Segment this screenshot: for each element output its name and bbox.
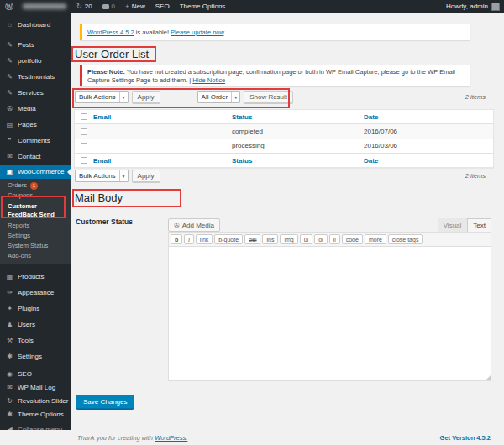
- quicktag-ins-button[interactable]: ins: [262, 234, 278, 244]
- quicktag-ul-button[interactable]: ul: [300, 234, 312, 244]
- avatar: [491, 3, 500, 11]
- bulk-actions-select[interactable]: Bulk Actions▼: [75, 91, 129, 103]
- admin-sidebar: ⌂Dashboard ✎Posts ✎portfolio ✎Testimonia…: [0, 13, 71, 430]
- submenu-item-system-status[interactable]: System Status: [0, 241, 71, 251]
- quicktag-blockquote-button[interactable]: b-quote: [214, 234, 243, 244]
- mail-body-textarea[interactable]: [168, 246, 491, 381]
- howdy-menu[interactable]: Howdy, admin: [446, 3, 488, 10]
- woocommerce-icon: ▣: [6, 168, 13, 175]
- chevron-down-icon: ▼: [119, 170, 128, 181]
- wordpress-logo-icon[interactable]: Ⓦ: [0, 1, 18, 13]
- update-nag-period: .: [223, 29, 225, 36]
- sidebar-item-woocommerce[interactable]: ▣ WooCommerce: [0, 165, 71, 179]
- quicktag-bold-button[interactable]: b: [171, 234, 182, 244]
- quicktag-del-button[interactable]: del: [244, 234, 260, 244]
- wordpress-version-link[interactable]: WordPress 4.5.2: [87, 29, 134, 36]
- quicktag-more-button[interactable]: more: [365, 234, 386, 244]
- sidebar-item-appearance[interactable]: ✑Appearance: [0, 285, 71, 301]
- sidebar-item-contact[interactable]: ✉Contact: [0, 149, 71, 165]
- wordpress-footer-link[interactable]: WordPress.: [155, 434, 187, 442]
- sidebar-item-seo[interactable]: ◉SEO: [0, 367, 71, 380]
- column-header-email[interactable]: Email: [93, 113, 111, 121]
- footer-thanks-text: Thank you for creating with: [77, 434, 155, 442]
- quicktag-img-button[interactable]: img: [280, 234, 297, 244]
- row-checkbox[interactable]: [81, 128, 87, 135]
- apply-button[interactable]: Apply: [132, 170, 160, 182]
- quicktag-li-button[interactable]: li: [329, 234, 340, 244]
- envelope-icon: ✉: [6, 153, 13, 160]
- pushpin-icon: ✎: [6, 57, 13, 65]
- current-menu-arrow: [64, 169, 71, 175]
- theme-options-menu[interactable]: Theme Options: [175, 0, 231, 13]
- customer-status-label: Customer Status: [76, 217, 133, 226]
- row-checkbox[interactable]: [81, 143, 87, 149]
- collapse-menu-button[interactable]: ◀Collapse menu: [0, 422, 71, 430]
- column-header-email[interactable]: Email: [93, 157, 111, 165]
- quicktag-ol-button[interactable]: ol: [314, 234, 327, 244]
- quicktag-link-button[interactable]: link: [196, 234, 213, 244]
- sidebar-item-media[interactable]: ✇Media: [0, 101, 71, 117]
- sidebar-item-label: Settings: [18, 353, 42, 360]
- sidebar-item-pages[interactable]: ▤Pages: [0, 117, 71, 133]
- table-toolbar-bottom: Bulk Actions▼ Apply: [75, 170, 160, 182]
- sidebar-item-products[interactable]: ▦Products: [0, 269, 71, 285]
- quicktag-italic-button[interactable]: i: [184, 234, 194, 244]
- submenu-item-reports[interactable]: Reports: [0, 221, 71, 231]
- get-version-link[interactable]: Get Version 4.5.2: [440, 434, 491, 442]
- quicktag-close-tags-button[interactable]: close tags: [388, 234, 423, 244]
- bulk-actions-select[interactable]: Bulk Actions▼: [75, 170, 129, 182]
- comments-indicator[interactable]: 0: [97, 0, 120, 13]
- column-header-status[interactable]: Status: [232, 157, 252, 165]
- add-media-button[interactable]: ✇Add Media: [168, 218, 220, 232]
- sidebar-item-dashboard[interactable]: ⌂Dashboard: [0, 17, 71, 33]
- resize-grip[interactable]: [486, 375, 491, 380]
- apply-button[interactable]: Apply: [132, 91, 160, 103]
- table-row: completed 2016/07/06: [75, 124, 493, 139]
- sidebar-item-label: WooCommerce: [18, 168, 64, 175]
- sidebar-item-label: WP Mail Log: [18, 384, 55, 391]
- sidebar-item-label: Comments: [18, 137, 50, 144]
- tab-visual[interactable]: Visual: [438, 218, 468, 232]
- submenu-item-coupons[interactable]: Coupons: [0, 191, 71, 201]
- sidebar-item-testimonials[interactable]: ✎Testimonials: [0, 69, 71, 85]
- submenu-item-label: Customer FeedBack Send: [8, 202, 64, 219]
- order-date: 2016/03/06: [364, 142, 493, 149]
- sidebar-item-wp-mail-log[interactable]: ✉WP Mail Log: [0, 380, 71, 394]
- collapse-arrow-icon: ◀: [6, 426, 13, 431]
- update-now-link[interactable]: Please update now: [171, 29, 223, 36]
- select-all-checkbox[interactable]: [81, 157, 87, 164]
- order-filter-select[interactable]: All Order▼: [197, 91, 241, 103]
- sidebar-item-posts[interactable]: ✎Posts: [0, 37, 71, 53]
- bulk-actions-value: Bulk Actions: [76, 93, 119, 101]
- updates-indicator[interactable]: ↻ 20: [71, 0, 97, 13]
- submenu-item-add-ons[interactable]: Add-ons: [0, 251, 71, 261]
- tab-text[interactable]: Text: [467, 218, 491, 232]
- submenu-item-settings[interactable]: Settings: [0, 231, 71, 241]
- sidebar-item-label: Products: [18, 273, 45, 280]
- sidebar-item-comments[interactable]: ❞Comments: [0, 133, 71, 149]
- column-header-date[interactable]: Date: [364, 113, 378, 121]
- quicktag-code-button[interactable]: code: [342, 234, 363, 244]
- sidebar-item-settings[interactable]: ✱Settings: [0, 348, 71, 364]
- select-all-checkbox[interactable]: [81, 113, 87, 120]
- seo-menu[interactable]: SEO: [150, 0, 175, 13]
- sidebar-item-revolution-slider[interactable]: ↻Revolution Slider: [0, 394, 71, 407]
- sidebar-item-theme-options[interactable]: ✱Theme Options: [0, 407, 71, 421]
- column-header-status[interactable]: Status: [232, 113, 252, 121]
- submenu-item-customer-feedback-send[interactable]: Customer FeedBack Send: [0, 201, 71, 221]
- new-menu[interactable]: + New: [120, 0, 150, 13]
- plugin-icon: ✦: [6, 305, 13, 312]
- sidebar-item-portfolio[interactable]: ✎portfolio: [0, 53, 71, 69]
- site-name-link[interactable]: [18, 0, 71, 13]
- save-changes-button[interactable]: Save Changes: [76, 395, 134, 409]
- show-result-button[interactable]: Show Result: [244, 91, 293, 103]
- sidebar-item-users[interactable]: ♟Users: [0, 317, 71, 332]
- column-header-date[interactable]: Date: [364, 157, 378, 165]
- admin-bar: Ⓦ ↻ 20 0 + New SEO Theme Options Howdy, …: [0, 0, 504, 13]
- sidebar-item-plugins[interactable]: ✦Plugins: [0, 301, 71, 317]
- sidebar-item-services[interactable]: ✎Services: [0, 85, 71, 101]
- hide-notice-link[interactable]: Hide Notice: [192, 76, 225, 84]
- submenu-item-orders[interactable]: Orders1: [0, 181, 71, 191]
- sidebar-item-label: Appearance: [18, 289, 54, 296]
- sidebar-item-tools[interactable]: ⚒Tools: [0, 332, 71, 348]
